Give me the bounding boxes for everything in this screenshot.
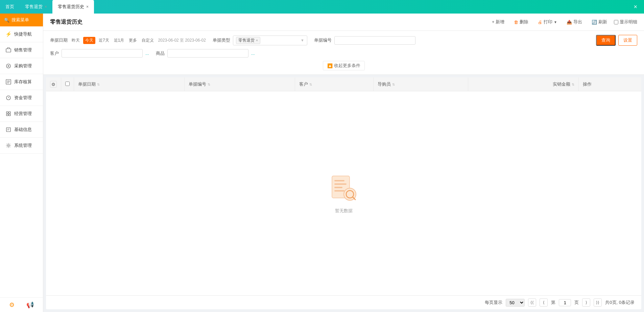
tab-retail-return-close[interactable]: × xyxy=(45,4,47,9)
refresh-button-label: 刷新 xyxy=(598,19,607,25)
settings-button-label: 设置 xyxy=(623,37,632,43)
sidebar-item-basic-info[interactable]: 基础信息 xyxy=(0,122,43,138)
goods-ellipsis[interactable]: ... xyxy=(251,51,255,56)
inventory-icon xyxy=(5,79,11,85)
sidebar-item-quick-nav-label: 快捷导航 xyxy=(14,31,32,37)
delete-button[interactable]: 🗑 删除 xyxy=(511,18,531,26)
th-number-label: 单据编号 xyxy=(189,81,206,87)
print-button[interactable]: 🖨 打印 ▼ xyxy=(535,18,560,26)
export-button[interactable]: 📤 导出 xyxy=(564,18,585,26)
date-opt-1month[interactable]: 近1月 xyxy=(113,37,126,44)
date-filter: 单据日期 昨天 今天 近7天 近1月 更多 自定义 2023-06-02 至 2… xyxy=(50,37,206,44)
filter-action-buttons: 查询 设置 xyxy=(596,35,637,46)
last-page-button[interactable]: ⟩⟩ xyxy=(594,298,602,307)
query-button[interactable]: 查询 xyxy=(596,35,616,46)
sidebar-item-finance-label: 资金管理 xyxy=(14,95,32,101)
th-guide-label: 导购员 xyxy=(378,81,391,87)
print-button-label: 打印 xyxy=(544,19,552,25)
purchase-icon xyxy=(5,63,11,69)
page-label: 第 xyxy=(551,299,555,306)
sidebar: 🔍 搜索菜单 ⚡ 快捷导航 销售管理 采购管理 库存核算 xyxy=(0,14,43,312)
window-close-button[interactable]: × xyxy=(627,3,644,10)
sidebar-item-sys-mgmt-label: 系统管理 xyxy=(14,142,32,149)
th-number-sort-icon[interactable]: ⇅ xyxy=(208,83,210,86)
th-checkbox xyxy=(61,77,74,91)
tab-retail-return-label: 零售退货 xyxy=(25,4,43,10)
settings-button[interactable]: 设置 xyxy=(618,35,637,46)
sidebar-item-purchase-mgmt[interactable]: 采购管理 xyxy=(0,58,43,74)
page-size-select[interactable]: 50 100 200 xyxy=(506,299,525,307)
sidebar-item-inventory-label: 库存核算 xyxy=(14,79,32,85)
customer-ellipsis[interactable]: ... xyxy=(145,51,149,56)
svg-rect-12 xyxy=(334,187,342,188)
filter-area: 单据日期 昨天 今天 近7天 近1月 更多 自定义 2023-06-02 至 2… xyxy=(43,31,644,75)
main-layout: 🔍 搜索菜单 ⚡ 快捷导航 销售管理 采购管理 库存核算 xyxy=(0,14,644,312)
number-input[interactable] xyxy=(334,36,415,45)
filter-row-2: 客户 ... 商品 ... xyxy=(50,49,637,58)
sidebar-item-operation[interactable]: 经营管理 xyxy=(0,106,43,122)
sidebar-search[interactable]: 🔍 搜索菜单 xyxy=(0,14,43,26)
delete-button-label: 删除 xyxy=(520,19,528,25)
type-tag-close[interactable]: × xyxy=(256,38,258,42)
data-table: ⚙ 单据日期 ⇅ 单据编号 xyxy=(46,77,641,91)
sidebar-search-label: 搜索菜单 xyxy=(11,17,29,23)
collapse-button-label: 收起更多条件 xyxy=(334,63,360,69)
show-detail-checkbox[interactable] xyxy=(614,20,618,24)
operation-icon xyxy=(5,111,11,117)
pagination-bar: 每页显示 50 100 200 ⟨⟨ ⟨ 第 页 ⟩ ⟩⟩ 共0页, 0条记录 xyxy=(46,295,641,309)
tab-retail-return-history-close[interactable]: × xyxy=(86,4,89,9)
page-actions: + 新增 🗑 删除 🖨 打印 ▼ 📤 导出 🔄 刷新 xyxy=(489,18,637,30)
type-dropdown-icon: ▼ xyxy=(301,38,304,42)
sidebar-item-inventory[interactable]: 库存核算 xyxy=(0,74,43,90)
tab-retail-return-history[interactable]: 零售退货历史 × xyxy=(52,0,94,14)
finance-icon xyxy=(5,95,11,101)
volume-icon[interactable]: 📢 xyxy=(26,301,34,309)
svg-rect-13 xyxy=(334,190,344,192)
th-guide-sort-icon[interactable]: ⇅ xyxy=(392,83,395,86)
type-select[interactable]: 零售退货 × ▼ xyxy=(233,36,307,45)
date-opt-today[interactable]: 今天 xyxy=(83,37,95,44)
sidebar-bottom: ⚙ 📢 xyxy=(0,297,43,312)
column-settings-icon[interactable]: ⚙ xyxy=(50,81,57,88)
th-number: 单据编号 ⇅ xyxy=(185,77,295,91)
sidebar-item-sales-mgmt-label: 销售管理 xyxy=(14,47,32,53)
th-date-sort-icon[interactable]: ⇅ xyxy=(97,83,100,86)
refresh-button[interactable]: 🔄 刷新 xyxy=(589,18,610,26)
sidebar-item-basic-info-label: 基础信息 xyxy=(14,127,32,133)
settings-bottom-icon[interactable]: ⚙ xyxy=(9,301,15,309)
page-number-input[interactable] xyxy=(559,299,571,306)
sidebar-item-quick-nav[interactable]: ⚡ 快捷导航 xyxy=(0,26,43,42)
next-page-button[interactable]: ⟩ xyxy=(582,298,590,307)
prev-page-button[interactable]: ⟨ xyxy=(540,298,548,307)
tab-home[interactable]: 首页 xyxy=(0,0,20,14)
sidebar-item-finance[interactable]: 资金管理 xyxy=(0,90,43,106)
customer-filter-label: 客户 xyxy=(50,50,59,57)
date-opt-more[interactable]: 更多 xyxy=(127,37,138,44)
select-all-checkbox[interactable] xyxy=(65,82,70,86)
th-customer-sort-icon[interactable]: ⇅ xyxy=(309,83,312,86)
goods-input[interactable] xyxy=(167,49,248,58)
tab-retail-return[interactable]: 零售退货 × xyxy=(20,0,52,14)
th-amount-sort-icon[interactable]: ⇅ xyxy=(572,83,574,86)
date-filter-label: 单据日期 xyxy=(50,37,68,43)
svg-rect-6 xyxy=(9,114,10,116)
table-header: ⚙ 单据日期 ⇅ 单据编号 xyxy=(46,77,641,91)
collapse-row: 🔼 收起更多条件 xyxy=(50,61,637,70)
collapse-button[interactable]: 🔼 收起更多条件 xyxy=(323,61,365,70)
refresh-icon: 🔄 xyxy=(592,20,597,25)
date-opt-custom[interactable]: 自定义 xyxy=(140,37,155,44)
sidebar-item-sys-mgmt[interactable]: 系统管理 xyxy=(0,138,43,154)
type-filter: 单据类型 零售退货 × ▼ xyxy=(213,36,307,45)
date-opt-7days[interactable]: 近7天 xyxy=(97,37,111,44)
th-guide: 导购员 ⇅ xyxy=(374,77,468,91)
new-button[interactable]: + 新增 xyxy=(489,18,507,26)
show-detail-checkbox-label[interactable]: 显示明细 xyxy=(614,19,637,25)
date-opt-yesterday[interactable]: 昨天 xyxy=(70,37,81,44)
sidebar-item-sales-mgmt[interactable]: 销售管理 xyxy=(0,42,43,58)
svg-rect-10 xyxy=(334,180,344,181)
svg-rect-0 xyxy=(6,49,11,52)
first-page-button[interactable]: ⟨⟨ xyxy=(528,298,536,307)
customer-input[interactable] xyxy=(62,49,143,58)
type-tag-label: 零售退货 xyxy=(238,38,255,43)
type-filter-label: 单据类型 xyxy=(213,37,230,43)
